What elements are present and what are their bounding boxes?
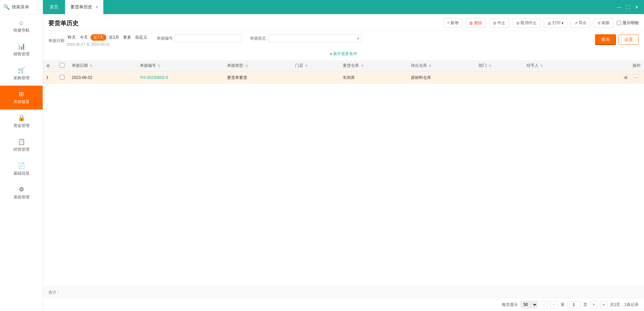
td-doc-type: 要货单要货 <box>224 72 291 84</box>
prev-page-btn[interactable]: < <box>550 301 558 308</box>
sidebar-item-label: 资金管理 <box>13 123 30 129</box>
first-page-btn[interactable]: « <box>540 301 548 308</box>
table-row: 1 2023-06-02 YH-20230602-0 要货单要货 车间库 原材料… <box>43 72 644 84</box>
window-maximize-btn[interactable]: ⛶ <box>626 5 630 10</box>
tab-home[interactable]: 首页 <box>43 0 65 14</box>
sidebar-item-system[interactable]: ⚙ 系统管理 <box>0 181 43 205</box>
sidebar-search[interactable]: 🔍 搜索菜单 <box>0 0 43 14</box>
view-detail-icon[interactable]: ⊞ <box>622 74 630 81</box>
doc-no-sort-icon: ⇅ <box>158 64 160 68</box>
main-area: 首页 要货单历史 × — ⛶ ✕ 要货单历史 + 新增 🗑 删除 <box>43 0 644 311</box>
home-icon: ⌂ <box>19 19 23 26</box>
refresh-button[interactable]: ↺ 刷新 <box>594 18 613 28</box>
td-checkbox <box>56 72 68 84</box>
delete-button[interactable]: 🗑 删除 <box>466 18 486 28</box>
window-minimize-btn[interactable]: — <box>617 5 621 10</box>
suspend-button[interactable]: ⊘ 中止 <box>489 18 509 28</box>
finance-icon: 🔒 <box>18 114 25 122</box>
suspend-label: 中止 <box>497 20 505 26</box>
date-btn-7days[interactable]: 近7天 <box>91 34 106 41</box>
settings-button[interactable]: 设置 <box>619 35 639 45</box>
th-handler[interactable]: 经手人 ⇅ <box>523 60 581 72</box>
print-icon: 🖨 <box>547 21 551 26</box>
doc-no-filter-group: 单据编号 <box>157 34 242 42</box>
tab-requisition[interactable]: 要货单历史 × <box>65 0 103 14</box>
th-pending-warehouse[interactable]: 待出仓库 ⇅ <box>408 60 475 72</box>
date-btn-yesterday[interactable]: 昨天 <box>66 34 77 41</box>
expand-down-icon: ▾ <box>330 52 332 56</box>
per-page-label: 每页显示 <box>502 302 518 308</box>
refresh-icon: ↺ <box>597 21 601 26</box>
refresh-label: 刷新 <box>602 20 610 26</box>
th-doc-no[interactable]: 单据编号 ⇅ <box>137 60 224 72</box>
expand-more-row: ▾ 展开更多条件 <box>48 50 639 58</box>
page-prefix: 第 <box>560 302 565 308</box>
sidebar-item-inventory[interactable]: ⊞ 库存核算 <box>0 86 43 109</box>
row-checkbox[interactable] <box>60 75 64 80</box>
th-doc-type[interactable]: 单据类型 ⇅ <box>224 60 291 72</box>
td-doc-no: YH-20230602-0 <box>137 72 224 84</box>
th-department[interactable]: 部门 ⇅ <box>475 60 523 72</box>
more-ops-icon[interactable]: ⋯ <box>632 74 639 81</box>
th-settings[interactable]: ⚙ <box>43 60 56 72</box>
sidebar-item-label: 库存核算 <box>13 99 30 105</box>
sidebar: 🔍 搜索菜单 ⌂ 快捷导航 📊 销售管理 🛒 采购管理 ⊞ 库存核算 🔒 资金管… <box>0 0 43 311</box>
window-close-btn[interactable]: ✕ <box>635 5 639 10</box>
cancel-suspend-button[interactable]: ⊘ 取消中止 <box>513 18 540 28</box>
date-btn-1month[interactable]: 近1月 <box>108 34 121 41</box>
date-btn-more[interactable]: 更多 <box>122 34 132 41</box>
print-button[interactable]: 🖨 打印 ▾ <box>544 18 567 28</box>
display-detail-input[interactable] <box>617 21 621 25</box>
query-button[interactable]: 查询 <box>595 34 616 45</box>
last-page-btn[interactable]: » <box>600 301 607 308</box>
th-store[interactable]: 门店 ⇅ <box>292 60 340 72</box>
settings-icon[interactable]: ⚙ <box>46 63 50 68</box>
sidebar-item-label: 经营管理 <box>13 147 30 152</box>
doc-no-link[interactable]: YH-20230602-0 <box>140 75 168 80</box>
date-btn-custom[interactable]: 自定义 <box>134 34 149 41</box>
sidebar-item-sales[interactable]: 📊 销售管理 <box>0 38 43 62</box>
date-filter-group: 单据日期 昨天 今天 近7天 近1月 更多 自定义 2023-05-27 至 2… <box>48 34 149 47</box>
sidebar-item-label: 采购管理 <box>13 75 30 81</box>
summary-bar: 合计： <box>43 286 644 298</box>
td-doc-date: 2023-06-02 <box>68 72 137 84</box>
expand-more-btn[interactable]: ▾ 展开更多条件 <box>326 50 361 58</box>
sidebar-item-home[interactable]: ⌂ 快捷导航 <box>0 14 43 38</box>
suspend-icon: ⊘ <box>493 21 496 26</box>
doc-date-sort-icon: ⇅ <box>90 64 92 68</box>
filter-row-1: 单据日期 昨天 今天 近7天 近1月 更多 自定义 2023-05-27 至 2… <box>48 34 639 47</box>
sidebar-item-basic[interactable]: 📄 基础信息 <box>0 157 43 181</box>
td-index: 1 <box>43 72 56 84</box>
date-btn-today[interactable]: 今天 <box>78 34 89 41</box>
per-page-select[interactable]: 50 100 200 <box>521 301 538 308</box>
doc-no-label: 单据编号 <box>157 36 173 41</box>
export-button[interactable]: ↗ 导出 <box>571 18 590 28</box>
next-page-btn[interactable]: > <box>590 301 597 308</box>
status-input[interactable] <box>268 34 362 42</box>
cancel-suspend-icon: ⊘ <box>516 21 520 26</box>
status-filter-group: 单据状态 ▾ <box>250 34 362 42</box>
display-detail-checkbox[interactable]: 显示明细 <box>617 20 639 26</box>
tab-close-icon[interactable]: × <box>96 5 98 9</box>
th-doc-date[interactable]: 单据日期 ⇅ <box>68 60 137 72</box>
th-department-label: 部门 <box>479 63 487 68</box>
handler-sort-icon: ⇅ <box>540 64 543 68</box>
sidebar-item-operation[interactable]: 📋 经营管理 <box>0 133 43 157</box>
page-number-input[interactable] <box>567 301 581 308</box>
topbar: 首页 要货单历史 × — ⛶ ✕ <box>43 0 644 14</box>
select-all-checkbox[interactable] <box>60 63 64 68</box>
sidebar-item-purchase[interactable]: 🛒 采购管理 <box>0 62 43 86</box>
th-req-warehouse-label: 要货仓库 <box>343 63 359 68</box>
doc-type-sort-icon: ⇅ <box>245 64 248 68</box>
table-container: ⚙ 单据日期 ⇅ 单据编号 ⇅ <box>43 60 644 286</box>
req-warehouse-sort-icon: ⇅ <box>361 64 364 68</box>
sidebar-item-finance[interactable]: 🔒 资金管理 <box>0 109 43 133</box>
th-req-warehouse[interactable]: 要货仓库 ⇅ <box>339 60 407 72</box>
filter-action-buttons: 查询 设置 <box>595 34 639 45</box>
content-area: 要货单历史 + 新增 🗑 删除 ⊘ 中止 ⊘ 取消中止 🖨 <box>43 14 644 311</box>
filter-area: 单据日期 昨天 今天 近7天 近1月 更多 自定义 2023-05-27 至 2… <box>43 31 644 60</box>
display-detail-label: 显示明细 <box>623 20 639 26</box>
new-button[interactable]: + 新增 <box>443 18 462 28</box>
doc-no-input[interactable] <box>175 34 242 42</box>
print-label: 打印 <box>552 20 560 26</box>
